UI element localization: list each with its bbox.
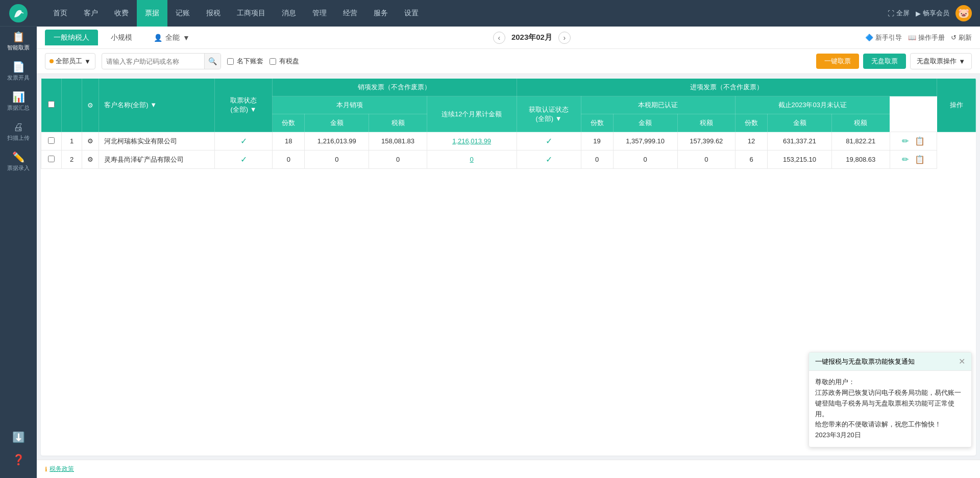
notification-body: 尊敬的用户： 江苏政务网已恢复访问电子税务局功能，易代账一键登陆电子税务局与无盘… [809,371,971,447]
row1-sales-12m: 1,216,013.99 [427,132,517,150]
row2-action: ✏ 📋 [890,150,937,169]
no-disc-fetch-btn[interactable]: 无盘取票 [863,54,906,69]
row2-before-tax: 19,808.63 [832,150,890,169]
sidebar-bottom: ⬇️ ❓ [0,427,37,478]
row1-settings[interactable]: ⚙ [82,132,99,150]
employee-select[interactable]: 全部员工 ▼ [45,53,95,69]
row2-check[interactable] [48,156,55,162]
row1-cert-status: ✓ [517,132,581,150]
row1-customer: 河北柯瑞栋实业有限公司 [99,132,215,150]
notification-close-btn[interactable]: ✕ [959,357,965,366]
nav-tax[interactable]: 报税 [198,0,229,27]
sidebar-item-invoice-summary[interactable]: 📊 票据汇总 [0,87,37,117]
row2-before-count: 6 [736,150,768,169]
search-input[interactable] [102,58,204,65]
search-btn[interactable]: 🔍 [204,53,220,69]
tax-policy-link[interactable]: 税务政策 [50,465,74,473]
th-sales-count: 份数 [273,114,305,132]
th-purchase-period-amount: 金额 [613,114,677,132]
row1-fetch-icon: ✓ [240,137,247,145]
tab-small-scale[interactable]: 小规模 [102,30,141,45]
sidebar-item-issue-invoice[interactable]: 📄 发票开具 [0,57,37,87]
table-row: 2 ⚙ 灵寿县尚泽矿产品有限公司 ✓ 0 0 0 0 ✓ 0 0 0 6 153… [41,150,976,169]
nav-business[interactable]: 工商项目 [229,0,274,27]
sidebar-item-label: 发票开具 [7,74,30,82]
row1-12m-link[interactable]: 1,216,013.99 [452,137,491,145]
tab-all[interactable]: 👤 全能 ▼ [145,30,199,45]
row2-detail-btn[interactable]: 📋 [913,155,927,164]
row2-num: 2 [62,150,82,169]
th-purchase-period: 本税期已认证 [581,96,735,114]
nav-message[interactable]: 消息 [274,0,304,27]
nav-operations[interactable]: 经营 [335,0,365,27]
row1-action: ✏ 📋 [890,132,937,150]
manual-btn[interactable]: 📖 操作手册 [908,33,945,42]
row2-sales-tax: 0 [369,150,427,169]
has-tax-disc-input[interactable] [270,58,276,65]
row1-sales-amount: 1,216,013.99 [305,132,369,150]
row2-customer: 灵寿县尚泽矿产品有限公司 [99,150,215,169]
row2-checkbox[interactable] [41,150,62,169]
row1-checkbox[interactable] [41,132,62,150]
topbar: 首页 客户 收费 票据 记账 报税 工商项目 消息 管理 经营 服务 设置 ⛶ … [37,0,980,27]
member-btn[interactable]: ▶ 畅享会员 [916,9,949,18]
nav-customer[interactable]: 客户 [76,0,106,27]
th-action: 操作 [937,79,976,132]
sidebar-item-download[interactable]: ⬇️ [0,427,37,447]
th-purchase-before-amount: 金额 [768,114,832,132]
manual-icon: 📖 [908,34,916,41]
next-date-btn[interactable]: › [558,32,571,44]
smart-fetch-icon: 📋 [12,32,25,42]
nav-invoice[interactable]: 票据 [137,0,167,27]
has-tax-disc-checkbox[interactable]: 有税盘 [270,57,299,66]
row1-edit-btn[interactable]: ✏ [900,136,911,146]
search-input-wrapper: 🔍 [102,53,221,69]
notification-title: 一键报税与无盘取票功能恢复通知 [815,357,915,366]
row2-cert-status: ✓ [517,150,581,169]
th-purchase-cert-status: 获取认证状态(全部) ▼ [517,96,581,132]
name-account-checkbox[interactable]: 名下账套 [227,57,263,66]
row2-settings[interactable]: ⚙ [82,150,99,169]
nav-home[interactable]: 首页 [45,0,76,27]
select-all-checkbox[interactable] [48,101,55,108]
row1-check[interactable] [48,137,55,144]
nav-management[interactable]: 管理 [304,0,335,27]
sidebar-item-data-entry[interactable]: ✏️ 票据录入 [0,147,37,177]
nav-settings[interactable]: 设置 [396,0,427,27]
sidebar-item-scan-upload[interactable]: 🖨 扫描上传 [0,117,37,147]
th-purchase-before-tax: 税额 [832,114,890,132]
name-account-input[interactable] [227,58,234,65]
nav-billing[interactable]: 收费 [106,0,137,27]
sidebar-logo [0,0,37,27]
dropdown-arrow-icon: ▼ [959,58,965,65]
sidebar-item-help[interactable]: ❓ [0,449,37,470]
fullscreen-icon: ⛶ [888,10,894,17]
chevron-down-icon: ▼ [183,34,190,42]
row2-12m-link[interactable]: 0 [470,156,474,163]
data-entry-icon: ✏️ [12,152,25,162]
fullscreen-btn[interactable]: ⛶ 全屏 [888,9,910,18]
person-icon: 👤 [154,34,162,42]
refresh-btn[interactable]: ↺ 刷新 [951,33,972,42]
one-key-fetch-btn[interactable]: 一键取票 [816,54,859,69]
tab-bar-right: 🔷 新手引导 📖 操作手册 ↺ 刷新 [865,33,972,42]
invoice-summary-icon: 📊 [12,92,25,102]
nav-service[interactable]: 服务 [365,0,396,27]
row2-sales-count: 0 [273,150,305,169]
nav-bookkeeping[interactable]: 记账 [167,0,198,27]
row2-before-amount: 153,215.10 [768,150,832,169]
th-sales-12m: 连续12个月累计金额 [427,96,517,132]
tab-general-taxpayer[interactable]: 一般纳税人 [45,30,98,45]
new-guide-btn[interactable]: 🔷 新手引导 [865,33,902,42]
avatar[interactable]: 🐷 [955,5,972,21]
row2-edit-btn[interactable]: ✏ [900,155,911,164]
prev-date-btn[interactable]: ‹ [493,32,505,44]
th-sales-group: 销项发票（不含作废票） [273,79,517,96]
th-settings: ⚙ [82,79,99,132]
row1-detail-btn[interactable]: 📋 [913,136,927,146]
row2-period-tax: 0 [677,150,735,169]
no-disc-ops-btn[interactable]: 无盘取票操作 ▼ [910,53,972,69]
current-date: 2023年02月 [511,33,552,42]
th-customer: 客户名称(全部) ▼ [99,79,215,132]
sidebar-item-smart-fetch[interactable]: 📋 智能取票 [0,27,37,57]
